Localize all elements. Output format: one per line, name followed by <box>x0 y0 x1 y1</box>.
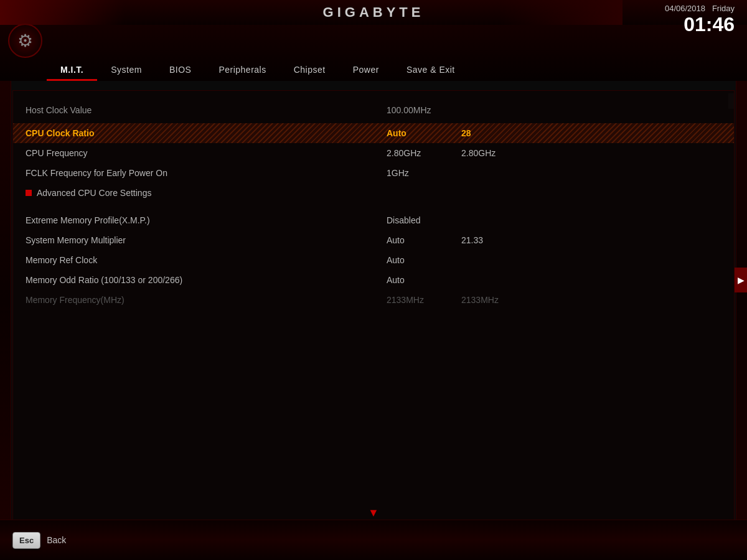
memory-odd-ratio-label: Memory Odd Ratio (100/133 or 200/266) <box>26 275 387 285</box>
tab-mit[interactable]: M.I.T. <box>47 58 97 81</box>
top-deco-left <box>0 0 125 25</box>
memory-frequency-value1: 2133MHz <box>387 295 461 305</box>
esc-key[interactable]: Esc <box>12 532 40 549</box>
cpu-frequency-value1: 2.80GHz <box>387 148 461 158</box>
back-label: Back <box>47 535 66 545</box>
memory-odd-ratio-row[interactable]: Memory Odd Ratio (100/133 or 200/266) Au… <box>26 270 721 290</box>
memory-frequency-label: Memory Frequency(MHz) <box>26 295 387 305</box>
right-arrow[interactable]: ▶ <box>735 268 747 292</box>
fclk-frequency-row: FCLK Frequency for Early Power On 1GHz <box>26 163 721 183</box>
side-deco-left <box>0 81 11 520</box>
main-content: Host Clock Value 100.00MHz CPU Clock Rat… <box>12 90 735 526</box>
top-deco-right <box>498 0 622 25</box>
tab-system[interactable]: System <box>97 58 156 81</box>
time-display: 01:46 <box>665 14 735 34</box>
gear-icon-area: ⚙ <box>6 22 44 59</box>
fclk-frequency-value: 1GHz <box>387 168 461 178</box>
cpu-frequency-value2: 2.80GHz <box>461 148 721 158</box>
memory-ref-clock-value: Auto <box>387 255 461 265</box>
cpu-clock-ratio-row[interactable]: CPU Clock Ratio Auto 28 <box>13 123 734 143</box>
memory-multiplier-value2: 21.33 <box>461 235 721 245</box>
gigabyte-logo: GIGABYTE <box>323 4 425 21</box>
memory-multiplier-label: System Memory Multiplier <box>26 235 387 245</box>
side-deco-right <box>736 81 747 520</box>
host-clock-value: 100.00MHz <box>387 105 461 115</box>
memory-frequency-value2: 2133MHz <box>461 295 721 305</box>
memory-multiplier-row[interactable]: System Memory Multiplier Auto 21.33 <box>26 230 721 250</box>
memory-ref-clock-label: Memory Ref Clock <box>26 255 387 265</box>
bottom-bar: Esc Back <box>0 520 747 560</box>
host-clock-label: Host Clock Value <box>26 105 387 115</box>
xmp-value: Disabled <box>387 215 461 225</box>
cpu-frequency-label: CPU Frequency <box>26 148 387 158</box>
xmp-row[interactable]: Extreme Memory Profile(X.M.P.) Disabled <box>26 210 721 230</box>
tab-save-exit[interactable]: Save & Exit <box>393 58 469 81</box>
host-clock-row: Host Clock Value 100.00MHz <box>26 100 721 120</box>
gear-icon: ⚙ <box>8 24 42 58</box>
submenu-indicator <box>26 190 32 196</box>
cpu-frequency-row: CPU Frequency 2.80GHz 2.80GHz <box>26 143 721 163</box>
memory-multiplier-value1: Auto <box>387 235 461 245</box>
memory-ref-clock-row[interactable]: Memory Ref Clock Auto <box>26 250 721 270</box>
advanced-cpu-row[interactable]: Advanced CPU Core Settings <box>26 183 721 203</box>
spacer <box>26 203 721 210</box>
bottom-chevron: ▼ <box>368 506 379 520</box>
tab-chipset[interactable]: Chipset <box>280 58 339 81</box>
tab-power[interactable]: Power <box>339 58 393 81</box>
advanced-cpu-label: Advanced CPU Core Settings <box>26 188 387 198</box>
tab-peripherals[interactable]: Peripherals <box>205 58 280 81</box>
fclk-frequency-label: FCLK Frequency for Early Power On <box>26 168 387 178</box>
nav-tabs: M.I.T. System BIOS Peripherals Chipset P… <box>47 50 747 81</box>
cpu-clock-ratio-value1: Auto <box>387 128 461 138</box>
xmp-label: Extreme Memory Profile(X.M.P.) <box>26 215 387 225</box>
tab-bios[interactable]: BIOS <box>156 58 205 81</box>
memory-frequency-row: Memory Frequency(MHz) 2133MHz 2133MHz <box>26 290 721 310</box>
memory-odd-ratio-value: Auto <box>387 275 461 285</box>
datetime-area: 04/06/2018 Friday 01:46 <box>665 3 735 34</box>
cpu-clock-ratio-value2: 28 <box>461 128 721 138</box>
cpu-clock-ratio-label: CPU Clock Ratio <box>26 128 387 138</box>
